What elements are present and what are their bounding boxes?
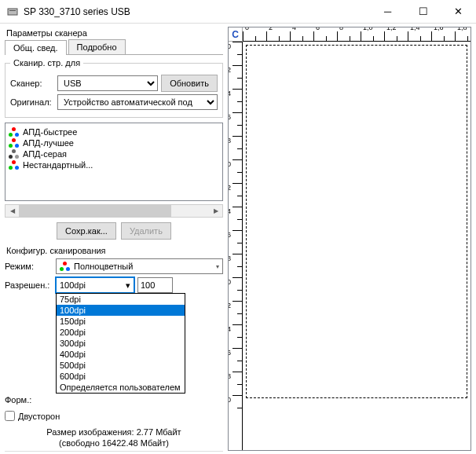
mode-label: Режим: [5,262,56,271]
duplex-checkbox[interactable] [5,411,15,421]
config-legend: Конфигур. сканирования [6,246,223,255]
chevron-down-icon: ▾ [216,263,219,270]
profiles-scrollbar[interactable]: ◀ ▶ [5,204,223,218]
original-label: Оригинал: [10,97,57,107]
rgb-icon [60,262,71,271]
scan-page-legend: Сканир. стр. для [10,58,83,68]
resolution-select[interactable]: 100dpi ▾ [56,277,134,293]
scroll-thumb[interactable] [19,205,171,217]
ruler-corner-icon: C [229,27,243,42]
window-controls: ─ ☐ ✕ [370,0,476,23]
maximize-button[interactable]: ☐ [405,0,441,23]
mode-select[interactable]: Полноцветный ▾ [56,258,223,274]
dropdown-option[interactable]: 600dpi [57,371,185,382]
titlebar: SP 330_3710 series USB ─ ☐ ✕ [0,0,476,24]
chevron-down-icon: ▾ [126,280,130,291]
delete-button[interactable]: Удалить [121,222,171,240]
svg-rect-1 [9,10,16,11]
rgb-icon [9,138,20,148]
profiles-listbox[interactable]: АПД-быстрееАПД-лучшееАПД-сераяНестандарт… [5,123,223,201]
resolution-label: Разрешен.: [5,280,56,290]
window-title: SP 330_3710 series USB [24,6,370,17]
ruler-horizontal: 024681,01,21,41,61,82,0 [243,27,471,42]
scanner-label: Сканер: [10,79,57,88]
save-as-button[interactable]: Сохр.как... [57,222,116,240]
scanner-params-label: Параметры сканера [6,28,223,38]
scan-selection-area[interactable] [246,45,467,398]
dropdown-option[interactable]: 300dpi [57,338,185,349]
format-label: Форм.: [5,395,56,405]
scroll-left-icon[interactable]: ◀ [5,205,19,217]
scroll-track[interactable] [19,205,209,217]
list-item[interactable]: АПД-лучшее [9,137,219,148]
list-item[interactable]: АПД-серая [9,148,219,159]
original-select[interactable]: Устройство автоматической под [57,94,218,110]
svg-rect-0 [8,9,17,15]
resolution-dropdown[interactable]: 75dpi100dpi150dpi200dpi300dpi400dpi500dp… [56,293,185,394]
dropdown-option[interactable]: 100dpi [57,305,185,316]
list-item[interactable]: Нестандартный... [9,159,219,170]
scanner-select[interactable]: USB [57,75,158,91]
image-size-info: Размер изображения: 2.77 Мбайт [5,427,223,437]
app-icon [6,5,19,18]
rgb-icon [9,160,20,170]
free-space-info: (свободно 16422.48 Мбайт) [5,438,223,448]
resolution-number-input[interactable] [137,277,173,293]
tab-general[interactable]: Общ. свед. [5,40,67,55]
close-button[interactable]: ✕ [441,0,476,23]
dropdown-option[interactable]: 500dpi [57,360,185,371]
list-item[interactable]: АПД-быстрее [9,126,219,137]
tabs: Общ. свед. Подробно [5,39,223,55]
dropdown-option[interactable]: Определяется пользователем [57,382,185,393]
refresh-button[interactable]: Обновить [161,75,218,92]
minimize-button[interactable]: ─ [370,0,405,23]
tab-details[interactable]: Подробно [68,39,126,54]
dropdown-option[interactable]: 150dpi [57,316,185,327]
scan-page-group: Сканир. стр. для Сканер: USB Обновить Ор… [5,58,223,118]
gray-icon [9,149,20,159]
duplex-label: Двусторон [18,412,60,421]
dropdown-option[interactable]: 75dpi [57,294,185,305]
dropdown-option[interactable]: 200dpi [57,327,185,338]
rgb-icon [9,127,20,137]
scroll-right-icon[interactable]: ▶ [209,205,222,217]
dropdown-option[interactable]: 400dpi [57,349,185,360]
preview-pane: C 024681,01,21,41,61,82,0 02468101214161… [228,27,471,451]
ruler-vertical: 024681012141618202224262830 [229,42,243,450]
